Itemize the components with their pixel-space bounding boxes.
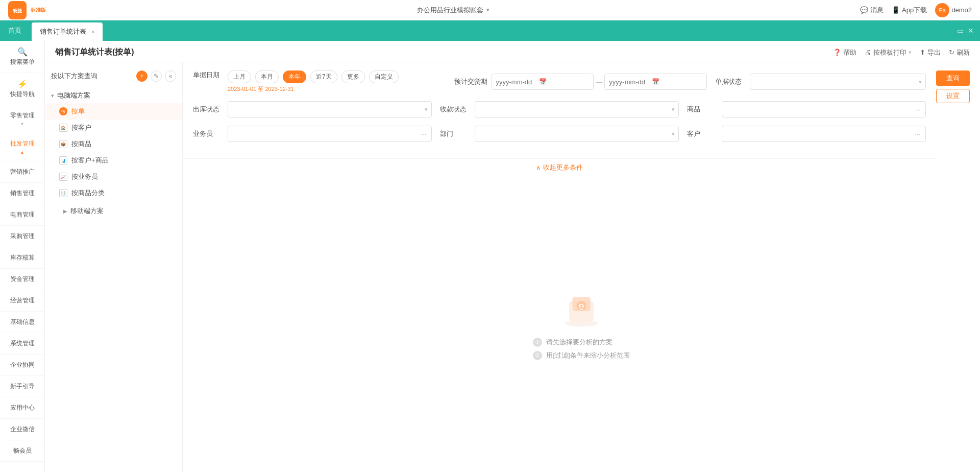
sidebar-item-newbie[interactable]: 新手引导 bbox=[0, 376, 44, 397]
query-button[interactable]: 查询 bbox=[936, 70, 970, 86]
close-tab-icon[interactable]: × bbox=[91, 29, 94, 35]
product-input[interactable]: ··· bbox=[722, 101, 926, 117]
sales-label: 销售管理 bbox=[10, 189, 35, 198]
sidebar-item-retail[interactable]: 零售管理 ▾ bbox=[0, 105, 44, 133]
filter-and-buttons: 单据日期 上月 本月 本年 近7天 更多 自定义 bbox=[183, 62, 980, 176]
template-print-btn[interactable]: 🖨 按模板打印 ▾ bbox=[865, 48, 912, 57]
filter-panel: 单据日期 上月 本月 本年 近7天 更多 自定义 bbox=[183, 62, 980, 472]
message-label: 消息 bbox=[870, 6, 884, 15]
forecast-date-label: 预计交货期 bbox=[454, 77, 487, 86]
sidebar-item-wechat[interactable]: 企业微信 bbox=[0, 419, 44, 440]
home-tab-label: 首页 bbox=[8, 26, 21, 35]
quicknav-label: 快捷导航 bbox=[10, 90, 35, 99]
by-sales-icon: 📈 bbox=[59, 173, 67, 181]
sales-input[interactable]: ··· bbox=[228, 126, 432, 142]
message-btn[interactable]: 💬 消息 bbox=[860, 6, 884, 15]
wechat-label: 企业微信 bbox=[10, 425, 35, 434]
sidebar-item-wholesale[interactable]: 批发管理 ▴ bbox=[0, 133, 44, 161]
tip-text-2: 用[过滤]条件来缩小分析范围 bbox=[546, 351, 629, 360]
sidebar-item-apps[interactable]: 应用中心 bbox=[0, 397, 44, 419]
dept-label: 部门 bbox=[440, 129, 471, 138]
sidebar-item-search[interactable]: 🔍 搜索菜单 bbox=[0, 41, 44, 73]
date-tag-this-year[interactable]: 本年 bbox=[283, 70, 306, 83]
date-tag-last-month[interactable]: 上月 bbox=[228, 70, 251, 83]
filter-row-2: 出库状态 ▾ 收款状态 bbox=[193, 101, 926, 117]
export-btn[interactable]: ⬆ 导出 bbox=[920, 48, 941, 57]
topbar-right: 💬 消息 📱 App下载 Ea demo2 bbox=[860, 3, 972, 17]
scheme-item-by-order[interactable]: 按 按单 bbox=[45, 103, 182, 120]
logo: 畅捷 bbox=[8, 1, 27, 19]
empty-tip-1: ① 请先选择要分析的方案 bbox=[533, 338, 629, 347]
scheme-collapse-btn[interactable]: « bbox=[165, 70, 176, 82]
help-btn[interactable]: ❓ 帮助 bbox=[833, 48, 856, 57]
scheme-item-by-product[interactable]: 📦 按商品 bbox=[45, 136, 182, 152]
forecast-start-date[interactable]: 📅 bbox=[492, 74, 594, 90]
date-tag-more[interactable]: 更多 bbox=[341, 70, 365, 83]
sidebar-item-purchase[interactable]: 采购管理 bbox=[0, 226, 44, 247]
customer-field: 客户 ··· bbox=[687, 126, 926, 142]
user-name-label: demo2 bbox=[951, 6, 972, 14]
collapse-bar[interactable]: ∧ 收起更多条件 bbox=[183, 158, 936, 176]
sidebar-item-base[interactable]: 基础信息 bbox=[0, 312, 44, 333]
mobile-scheme-group-title[interactable]: ▶ 移动端方案 bbox=[51, 203, 182, 219]
by-category-label: 按商品分类 bbox=[71, 188, 105, 198]
by-order-label: 按单 bbox=[71, 107, 85, 116]
tab-active[interactable]: 销售订单统计表 × bbox=[32, 22, 103, 41]
app-download-btn[interactable]: 📱 App下载 bbox=[892, 6, 927, 15]
sidebar-item-system[interactable]: 系统管理 bbox=[0, 333, 44, 355]
app-dropdown-icon[interactable]: ▾ bbox=[486, 7, 489, 13]
receipt-status-select-wrapper: ▾ bbox=[475, 101, 679, 117]
scheme-add-btn[interactable]: + bbox=[136, 70, 148, 82]
sidebar-item-ecommerce[interactable]: 电商管理 bbox=[0, 204, 44, 226]
product-label: 商品 bbox=[687, 105, 718, 114]
close-window-icon[interactable]: ✕ bbox=[968, 27, 974, 35]
topbar-center[interactable]: 办公用品行业模拟账套 ▾ bbox=[417, 6, 489, 15]
tab-home[interactable]: 首页 bbox=[0, 20, 30, 41]
pc-scheme-group-title[interactable]: ▾ 电脑端方案 bbox=[45, 88, 182, 103]
date-tag-7days[interactable]: 近7天 bbox=[310, 70, 337, 83]
scheme-item-by-customer[interactable]: 🏠 按客户 bbox=[45, 120, 182, 136]
scheme-edit-btn[interactable]: ✎ bbox=[151, 70, 162, 82]
sidebar-item-enterprise[interactable]: 企业协同 bbox=[0, 355, 44, 376]
svg-point-7 bbox=[582, 305, 584, 307]
svg-text:畅捷: 畅捷 bbox=[13, 8, 22, 13]
refresh-btn[interactable]: ↻ 刷新 bbox=[949, 48, 970, 57]
split-content: 按以下方案查询 + ✎ « ▾ 电脑端方案 按 按单 bbox=[45, 62, 980, 472]
scheme-item-by-category[interactable]: 📑 按商品分类 bbox=[45, 185, 182, 201]
sidebar-item-member[interactable]: 畅会员 bbox=[0, 440, 44, 462]
scheme-panel-header: 按以下方案查询 + ✎ « bbox=[45, 66, 182, 86]
sidebar-item-marketing[interactable]: 营销推广 bbox=[0, 161, 44, 183]
settings-button[interactable]: 设置 bbox=[936, 89, 970, 103]
forecast-end-date[interactable]: 📅 bbox=[604, 74, 707, 90]
nav-window-actions: ▭ ✕ bbox=[951, 27, 980, 35]
date-tag-custom[interactable]: 自定义 bbox=[369, 70, 399, 83]
sidebar-item-operations[interactable]: 经营管理 bbox=[0, 290, 44, 312]
receipt-status-field: 收款状态 ▾ bbox=[440, 101, 679, 117]
sidebar-item-sales[interactable]: 销售管理 bbox=[0, 183, 44, 204]
filter-row-1: 单据日期 上月 本月 本年 近7天 更多 自定义 bbox=[193, 70, 926, 93]
user-avatar-btn[interactable]: Ea demo2 bbox=[935, 3, 972, 17]
by-sales-label: 按业务员 bbox=[71, 172, 98, 181]
tip-num-1: ① bbox=[533, 338, 542, 347]
out-status-select-wrapper: ▾ bbox=[228, 101, 432, 117]
out-status-select[interactable] bbox=[228, 101, 432, 117]
pc-group-label: 电脑端方案 bbox=[57, 91, 90, 100]
customer-input[interactable]: ··· bbox=[722, 126, 926, 142]
wholesale-arrow: ▴ bbox=[21, 149, 23, 155]
receipt-status-select[interactable] bbox=[475, 101, 679, 117]
sidebar-item-inventory[interactable]: 库存核算 bbox=[0, 247, 44, 269]
date-tag-this-month[interactable]: 本月 bbox=[255, 70, 279, 83]
forecast-end-input[interactable] bbox=[609, 78, 650, 86]
dept-select[interactable] bbox=[475, 126, 679, 142]
scheme-item-by-customer-product[interactable]: 📊 按客户+商品 bbox=[45, 152, 182, 169]
print-icon: 🖨 bbox=[865, 49, 871, 56]
scheme-item-by-sales[interactable]: 📈 按业务员 bbox=[45, 169, 182, 185]
sidebar-item-finance[interactable]: 资金管理 bbox=[0, 269, 44, 290]
sidebar-item-quicknav[interactable]: ⚡ 快捷导航 bbox=[0, 73, 44, 105]
page-actions: ❓ 帮助 🖨 按模板打印 ▾ ⬆ 导出 ↻ 刷新 bbox=[833, 48, 970, 57]
print-dropdown-icon[interactable]: ▾ bbox=[909, 49, 912, 56]
finance-label: 资金管理 bbox=[10, 275, 35, 284]
minimize-icon[interactable]: ▭ bbox=[957, 27, 964, 35]
forecast-start-input[interactable] bbox=[496, 78, 537, 86]
order-status-select[interactable] bbox=[750, 74, 926, 90]
